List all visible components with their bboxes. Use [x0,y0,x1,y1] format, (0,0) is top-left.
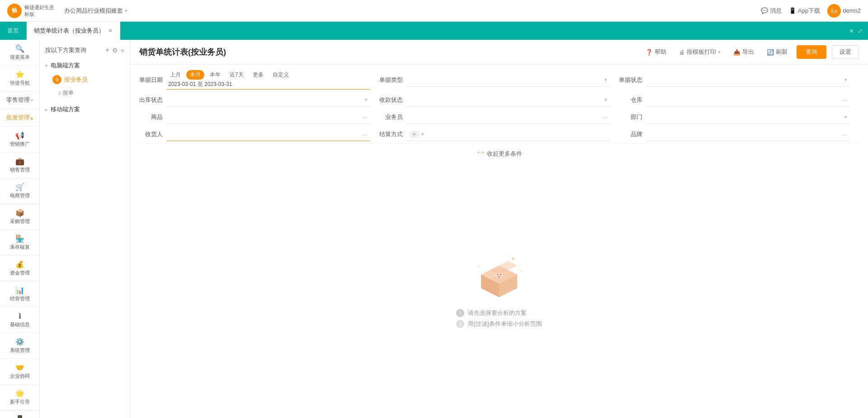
breadcrumb-dropdown-icon[interactable]: ▾ [125,8,127,14]
department-input[interactable]: ▾ [646,110,850,124]
filter-section: 单据日期 上月 本月 本年 近7天 更多 自定义 2023- [130,65,868,164]
app-download-label: App下载 [798,7,820,15]
print-btn[interactable]: 🖨 按模板打印 ▾ [675,46,724,58]
sidebar-item-marketing[interactable]: 📢 营销推广 [0,127,39,152]
svg-text:✦: ✦ [519,269,523,273]
help-btn[interactable]: ❓ 帮助 [642,46,670,58]
scheme-group-header-desktop[interactable]: ▾ 电脑端方案 [40,59,130,72]
refresh-btn[interactable]: 🔄 刷新 [763,46,791,58]
settlement-tag: × [409,131,420,138]
filter-row-1: 单据日期 上月 本月 本年 近7天 更多 自定义 2023- [139,70,859,90]
warehouse-input[interactable]: ··· [646,93,850,107]
left-panel: 按以下方案查询 + ⚙ « ▾ 电脑端方案 业 按业务员 ≡ [40,40,130,418]
scheme-sub-item-by-order[interactable]: ≡ 按单 [40,87,130,99]
date-btn-more[interactable]: 更多 [249,70,267,80]
step-2-text: 用[过滤]条件来缩小分析范围 [468,320,542,328]
department-label: 部门 [619,113,646,121]
star-icon: ⭐ [15,70,24,79]
empty-state: ✦ ✦ ✦ 1 请先选择要分析的方案 [130,164,868,418]
tab-fullscreen-icon[interactable]: ⤢ [858,28,863,34]
scheme-item-by-salesperson[interactable]: 业 按业务员 [40,72,130,87]
date-btn-last-7[interactable]: 近7天 [226,70,247,80]
sidebar-item-wholesale[interactable]: 批发管理 ▴ [0,109,39,127]
date-btn-this-year[interactable]: 本年 [206,70,224,80]
sidebar-item-purchase[interactable]: 📦 采购管理 [0,204,39,230]
query-btn[interactable]: 查询 [797,45,826,59]
receipt-status-label: 收款状态 [379,96,406,104]
tab-home[interactable]: 首页 [0,22,27,40]
sidebar-basic-label: 基础信息 [10,321,30,328]
sidebar-wholesale-arrow: ▴ [31,115,33,120]
doc-status-input[interactable]: ▾ [646,73,850,87]
department-arrow: ▾ [844,114,847,120]
message-action[interactable]: 💬 消息 [761,7,782,15]
search-icon: 🔍 [15,44,24,53]
sidebar-search-menu[interactable]: 🔍 搜索菜单 [0,40,39,66]
app-download-action[interactable]: 📱 App下载 [789,7,820,15]
header-right: 💬 消息 📱 App下载 Ea demo2 [761,4,861,18]
salesperson-dots: ··· [602,114,608,121]
out-status-input[interactable]: ▾ [166,93,370,107]
sidebar-item-appstore[interactable]: 📱 应用中心 [0,410,39,418]
message-icon: 💬 [761,7,768,14]
doc-type-input[interactable]: ▾ [406,73,610,87]
tab-expand-btn[interactable]: ✕ ⤢ [844,28,868,34]
user-profile[interactable]: Ea demo2 [827,4,861,18]
page-actions: ❓ 帮助 🖨 按模板打印 ▾ 📤 导出 🔄 刷新 [642,45,859,59]
warehouse-label: 仓库 [619,96,646,104]
help-label: 帮助 [655,48,666,56]
settlement-input[interactable]: × ▾ [406,128,610,141]
sidebar-item-enterprise[interactable]: 🤝 企业协同 [0,359,39,385]
filter-warehouse: 仓库 ··· [619,93,859,107]
export-btn[interactable]: 📤 导出 [730,46,758,58]
settlement-arrow: ▾ [421,131,424,137]
panel-settings-btn[interactable]: ⚙ [112,47,118,54]
page-header: 销货单统计表(按业务员) ❓ 帮助 🖨 按模板打印 ▾ 📤 导出 [130,40,868,65]
collapse-btn[interactable]: ⌃⌃ 收起更多条件 [471,148,528,160]
date-btn-this-month[interactable]: 本月 [186,70,204,80]
breadcrumb: 办公用品行业模拟账套 ▾ [64,7,127,15]
svg-text:✦: ✦ [510,255,516,262]
date-btn-last-month[interactable]: 上月 [166,70,184,80]
tab-sales-stats[interactable]: 销货单统计表（按业务员） ✕ [27,22,120,40]
sidebar-item-inventory[interactable]: 🏪 库存核算 [0,230,39,256]
ecommerce-icon: 🛒 [15,183,24,191]
date-btn-custom[interactable]: 自定义 [269,70,292,80]
sidebar-quick-nav[interactable]: ⭐ 快捷导航 [0,66,39,91]
top-header: 畅 畅捷通好生意标版 办公用品行业模拟账套 ▾ 💬 消息 📱 App下载 Ea … [0,0,868,22]
sidebar-item-operations[interactable]: 📊 经营管理 [0,281,39,307]
tab-sales-stats-label: 销货单统计表（按业务员） [34,27,104,35]
tab-close-icon[interactable]: ✕ [108,28,113,34]
sidebar-item-system[interactable]: ⚙️ 系统管理 [0,333,39,359]
sidebar-item-finance[interactable]: 💰 资金管理 [0,256,39,281]
receipt-status-input[interactable]: ▾ [406,93,610,107]
goods-input[interactable]: ··· [166,110,370,124]
svg-point-10 [500,274,501,275]
filter-doc-status: 单据状态 ▾ [619,70,859,90]
step-num-1: 1 [456,309,464,317]
panel-collapse-btn[interactable]: « [121,47,124,54]
brand-input[interactable]: ··· [646,128,850,141]
panel-title: 按以下方案查询 [45,46,86,54]
salesperson-input[interactable]: ··· [406,110,610,124]
sidebar-item-newbie[interactable]: 🌟 新手引导 [0,385,39,410]
receiver-input[interactable]: ··· [166,128,370,141]
filter-settlement: 结算方式 × ▾ [379,128,619,141]
scheme-group-arrow-mobile: ▸ [45,107,48,113]
filter-brand: 品牌 ··· [619,128,859,141]
sidebar-search-label: 搜索菜单 [10,54,30,61]
panel-add-btn[interactable]: + [105,46,109,54]
tab-close-window-icon[interactable]: ✕ [849,28,854,34]
settings-btn[interactable]: 设置 [832,45,859,59]
sidebar-item-ecommerce[interactable]: 🛒 电商管理 [0,178,39,204]
sidebar-item-sales[interactable]: 💼 销售管理 [0,152,39,178]
mobile-icon: 📱 [789,7,796,14]
empty-step-2: 2 用[过滤]条件来缩小分析范围 [456,320,542,328]
salesperson-label: 业务员 [379,113,406,121]
sidebar-item-retail[interactable]: 零售管理 ▾ [0,91,39,109]
date-input-wrap[interactable]: 上月 本月 本年 近7天 更多 自定义 2023-03-01 至 2023-03… [166,70,370,90]
sidebar-item-basic[interactable]: ℹ 基础信息 [0,307,39,333]
settlement-tag-close[interactable]: × [413,131,416,138]
logo-area: 畅 畅捷通好生意标版 [7,4,54,18]
scheme-group-header-mobile[interactable]: ▸ 移动端方案 [40,103,130,116]
